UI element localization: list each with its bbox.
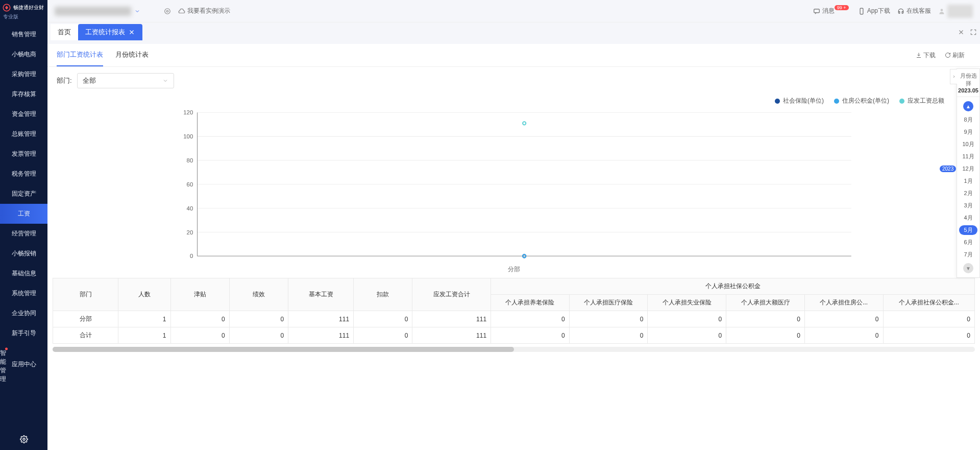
- legend-dot: [899, 99, 904, 104]
- sidebar-item-6[interactable]: 发票管理: [0, 144, 47, 164]
- customer-service-button[interactable]: 在线客服: [897, 7, 931, 15]
- month-option[interactable]: 5月: [959, 225, 977, 235]
- svg-point-1: [23, 438, 25, 440]
- messages-button[interactable]: 消息 99 +: [813, 7, 851, 15]
- page-tab-0[interactable]: 首页: [51, 24, 78, 40]
- col-header: 个人承担大额医疗: [726, 295, 805, 311]
- month-option[interactable]: 1月: [957, 176, 979, 186]
- download-button[interactable]: 下载: [916, 51, 936, 60]
- col-header: 个人承担失业保险: [648, 295, 726, 311]
- cell: 0: [726, 311, 805, 327]
- chevron-down-icon: [134, 8, 140, 14]
- sidebar-item-9[interactable]: 工资: [0, 204, 47, 224]
- fullscreen-button[interactable]: [970, 29, 977, 36]
- svg-text:80: 80: [187, 157, 193, 163]
- month-next-button[interactable]: ▼: [963, 263, 973, 273]
- cell: 0: [648, 327, 726, 344]
- cell: 0: [491, 327, 570, 344]
- sidebar-item-14[interactable]: 企业协同: [0, 303, 47, 323]
- month-picker-title: 月份选择: [958, 72, 978, 87]
- sidebar-item-4[interactable]: 资金管理: [0, 104, 47, 124]
- month-option[interactable]: 11月: [957, 152, 979, 161]
- customer-service-label: 在线客服: [906, 7, 931, 15]
- sidebar-item-8[interactable]: 固定资产: [0, 184, 47, 204]
- refresh-icon: [945, 52, 951, 58]
- brand-edition: 专业版: [0, 13, 47, 25]
- user-name-redacted: [947, 5, 973, 18]
- close-icon: [958, 29, 965, 36]
- legend-item-1[interactable]: 住房公积金(单位): [834, 97, 889, 105]
- page-tab-1[interactable]: 工资统计报表: [78, 24, 142, 40]
- close-all-tabs-button[interactable]: [958, 29, 965, 36]
- sidebar-item-12[interactable]: 基础信息: [0, 264, 47, 283]
- legend-item-0[interactable]: 社会保险(单位): [775, 97, 824, 105]
- cell: 0: [170, 311, 229, 327]
- month-option[interactable]: 7月: [957, 250, 979, 259]
- sidebar-item-11[interactable]: 小畅报销: [0, 244, 47, 264]
- department-value: 全部: [83, 76, 96, 85]
- main-area: 我要看实例演示 消息 99 + App下载 在线客服 首页工资统计报表: [47, 0, 980, 450]
- horizontal-scrollbar[interactable]: [53, 347, 975, 352]
- sidebar-item-10[interactable]: 经营管理: [0, 224, 47, 244]
- sidebar-item-16[interactable]: 智能管理: [0, 343, 5, 354]
- month-option[interactable]: 2月: [957, 188, 979, 198]
- settings-button[interactable]: [0, 430, 47, 450]
- col-header: 部门: [53, 278, 118, 311]
- legend-item-2[interactable]: 应发工资总额: [899, 97, 944, 105]
- tab-label: 首页: [58, 28, 71, 37]
- month-option[interactable]: 9月: [957, 127, 979, 137]
- svg-rect-5: [860, 8, 863, 14]
- report-tab-1[interactable]: 月份统计表: [115, 44, 149, 66]
- legend-dot: [834, 99, 839, 104]
- messages-label: 消息: [822, 7, 835, 15]
- sidebar-item-2[interactable]: 采购管理: [0, 64, 47, 84]
- month-picker-value: 2023.05: [958, 87, 978, 93]
- month-option[interactable]: 3月: [957, 201, 979, 210]
- company-selector[interactable]: [55, 7, 157, 16]
- sidebar-menu: 销售管理小畅电商采购管理库存核算资金管理总账管理发票管理税务管理固定资产工资经营…: [0, 25, 47, 430]
- cell: 0: [804, 327, 883, 344]
- cell: 0: [229, 311, 288, 327]
- month-prev-button[interactable]: ▲: [963, 101, 973, 111]
- month-option[interactable]: 4月: [957, 213, 979, 223]
- data-table-wrap: 部门人数津贴绩效基本工资扣款应发工资合计个人承担社保公积金个人承担养老保险个人承…: [47, 274, 980, 346]
- content-panel: 部门工资统计表月份统计表 下载 刷新 部门: 全部: [47, 44, 980, 450]
- demo-link[interactable]: 我要看实例演示: [178, 7, 230, 15]
- app-download-button[interactable]: App下载: [858, 7, 890, 15]
- scrollbar-thumb[interactable]: [53, 347, 514, 352]
- messages-badge: 99 +: [835, 5, 849, 10]
- company-settings-button[interactable]: [164, 8, 171, 15]
- month-option[interactable]: 8月: [957, 115, 979, 125]
- sidebar-item-17[interactable]: 应用中心: [0, 354, 47, 374]
- department-select[interactable]: 全部: [77, 73, 174, 88]
- month-option[interactable]: 10月: [957, 139, 979, 149]
- sidebar: 畅捷通好业财 专业版 销售管理小畅电商采购管理库存核算资金管理总账管理发票管理税…: [0, 0, 47, 450]
- sidebar-item-13[interactable]: 系统管理: [0, 283, 47, 303]
- month-option[interactable]: 6月: [957, 238, 979, 247]
- sidebar-item-7[interactable]: 税务管理: [0, 164, 47, 184]
- cell: 0: [354, 311, 412, 327]
- app-download-label: App下载: [867, 7, 890, 15]
- sidebar-item-5[interactable]: 总账管理: [0, 124, 47, 144]
- user-menu[interactable]: [938, 5, 973, 18]
- sidebar-item-15[interactable]: 新手引导: [0, 323, 47, 343]
- salary-chart: 020406080100120: [68, 108, 960, 267]
- svg-text:60: 60: [187, 181, 193, 187]
- report-tab-0[interactable]: 部门工资统计表: [57, 44, 103, 66]
- cell: 0: [883, 327, 974, 344]
- cell: 0: [804, 311, 883, 327]
- month-option[interactable]: 12月: [957, 164, 979, 174]
- brand-logo-icon: [2, 3, 11, 12]
- sidebar-item-3[interactable]: 库存核算: [0, 84, 47, 104]
- sidebar-item-0[interactable]: 销售管理: [0, 25, 47, 44]
- chart-legend: 社会保险(单位)住房公积金(单位)应发工资总额: [68, 94, 960, 108]
- avatar-icon: [938, 8, 945, 15]
- cell: 0: [354, 327, 412, 344]
- month-list: 2023 ▲8月9月10月11月12月1月2月3月4月5月6月7月▼: [957, 97, 979, 277]
- download-icon: [916, 52, 922, 58]
- refresh-button[interactable]: 刷新: [945, 51, 965, 60]
- close-icon[interactable]: [128, 29, 135, 36]
- sidebar-item-1[interactable]: 小畅电商: [0, 44, 47, 64]
- cell: 0: [569, 327, 648, 344]
- month-picker-collapse[interactable]: [950, 69, 957, 84]
